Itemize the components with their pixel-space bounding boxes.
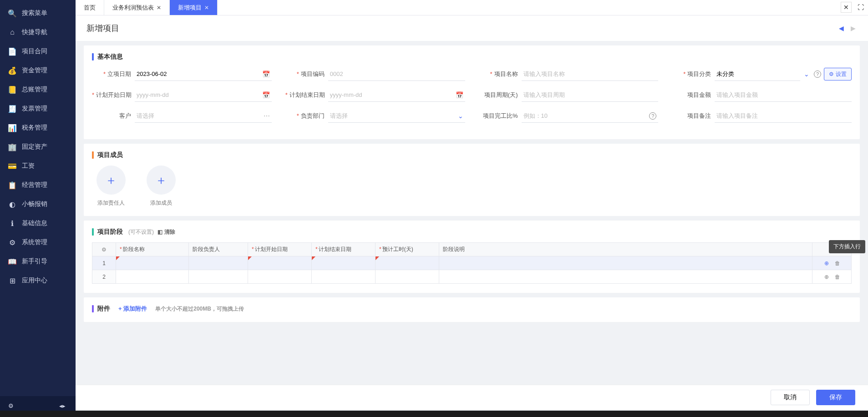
est-date-input[interactable] (135, 67, 272, 81)
sidebar-item-8[interactable]: 💳工资 (0, 156, 76, 176)
sidebar-item-label: 快捷导航 (22, 28, 47, 36)
sidebar-item-6[interactable]: 📊税务管理 (0, 118, 76, 137)
delete-row-icon[interactable]: 🗑 (834, 273, 841, 281)
plan-start-label: 计划开始日期 (92, 91, 135, 99)
cancel-button[interactable]: 取消 (771, 390, 810, 405)
table-row[interactable]: 2 ⊕🗑 (92, 270, 852, 284)
calendar-icon[interactable]: 📅 (262, 70, 270, 78)
os-taskbar (0, 411, 868, 417)
col-stage-owner: 阶段负责人 (189, 243, 248, 256)
sidebar-item-13[interactable]: 📖新手引导 (0, 252, 76, 271)
collapse-icon[interactable]: ◂▸ (59, 402, 67, 411)
sidebar-item-7[interactable]: 🏢固定资产 (0, 137, 76, 156)
proj-cat-label: 项目分类 (672, 70, 715, 78)
menu-icon: 💰 (8, 66, 16, 75)
remark-input[interactable] (715, 109, 852, 123)
table-row[interactable]: 1 ⊕🗑 (92, 256, 852, 270)
sidebar-item-label: 小畅报销 (22, 200, 47, 208)
gear-icon[interactable]: ⚙ (8, 402, 16, 411)
add-owner-label: 添加责任人 (97, 199, 125, 207)
col-stage-end: 计划结束日期 (312, 243, 376, 256)
close-icon[interactable]: ✕ (157, 5, 161, 11)
customer-label: 客户 (92, 112, 135, 120)
menu-icon: ⌂ (8, 28, 16, 36)
sidebar-item-1[interactable]: ⌂快捷导航 (0, 23, 76, 42)
sidebar-item-label: 项目合同 (22, 47, 47, 55)
sidebar-item-9[interactable]: 📋经营管理 (0, 176, 76, 195)
settings-button[interactable]: ⚙设置 (824, 68, 852, 80)
tab-2[interactable]: 新增项目✕ (170, 0, 218, 15)
gear-icon[interactable]: ⚙ (102, 246, 107, 253)
proj-code-input[interactable] (328, 67, 465, 81)
sidebar-item-label: 搜索菜单 (22, 9, 47, 17)
dept-select[interactable] (328, 109, 465, 123)
sidebar-item-3[interactable]: 💰资金管理 (0, 61, 76, 80)
tab-0[interactable]: 首页 (76, 0, 104, 15)
sidebar-item-14[interactable]: ⊞应用中心 (0, 271, 76, 290)
plan-end-label: 计划结束日期 (285, 91, 328, 99)
period-input[interactable] (522, 88, 659, 102)
plan-start-input[interactable] (135, 88, 272, 102)
add-attachment-button[interactable]: + 添加附件 (118, 305, 147, 313)
stage-table: ⚙ 阶段名称 阶段负责人 计划开始日期 计划结束日期 预计工时(天) 阶段说明 … (92, 242, 852, 284)
menu-icon: 📋 (8, 181, 16, 189)
sidebar-item-label: 新手引导 (22, 257, 47, 266)
section-hint: (可不设置) (128, 228, 154, 236)
gear-icon: ⚙ (829, 71, 834, 77)
section-bar-icon (92, 151, 94, 159)
sidebar-item-2[interactable]: 📄项目合同 (0, 42, 76, 61)
sidebar-item-12[interactable]: ⚙系统管理 (0, 233, 76, 252)
insert-row-icon[interactable]: ⊕ (823, 260, 830, 267)
delete-row-icon[interactable]: 🗑 (834, 260, 841, 267)
calendar-icon[interactable]: 📅 (456, 91, 463, 99)
sidebar-item-label: 固定资产 (22, 143, 47, 151)
page-title: 新增项目 (86, 23, 119, 34)
section-bar-icon (92, 305, 94, 312)
members-card: 项目成员 ＋ 添加责任人 ＋ 添加成员 (84, 144, 860, 216)
eraser-icon: ◧ (157, 229, 162, 235)
complete-input[interactable] (522, 109, 659, 123)
row-number: 1 (92, 256, 116, 270)
sidebar-item-label: 经营管理 (22, 181, 47, 189)
proj-cat-select[interactable] (715, 67, 800, 81)
section-title: 项目阶段 (97, 228, 123, 236)
calendar-icon[interactable]: 📅 (262, 91, 270, 99)
sidebar-item-label: 总账管理 (22, 85, 47, 94)
amount-input[interactable] (715, 88, 852, 102)
tab-1[interactable]: 业务利润预估表✕ (104, 0, 170, 15)
sidebar-item-11[interactable]: ℹ基础信息 (0, 214, 76, 233)
menu-icon: 📒 (8, 85, 16, 94)
chevron-down-icon[interactable]: ⌄ (458, 112, 463, 120)
next-arrow-icon[interactable]: ▶ (849, 24, 857, 32)
save-button[interactable]: 保存 (816, 390, 855, 405)
plan-end-input[interactable] (328, 88, 465, 102)
proj-name-label: 项目名称 (479, 70, 522, 78)
close-icon[interactable]: ✕ (204, 5, 209, 11)
help-icon[interactable]: ? (649, 112, 656, 120)
sidebar-item-4[interactable]: 📒总账管理 (0, 80, 76, 99)
sidebar-item-0[interactable]: 🔍搜索菜单 (0, 4, 76, 23)
customer-select[interactable] (135, 109, 272, 123)
sidebar-item-10[interactable]: ◐小畅报销 (0, 195, 76, 214)
period-label: 项目周期(天) (479, 91, 522, 99)
chevron-down-icon[interactable]: ⌄ (804, 70, 809, 78)
expand-icon[interactable]: ⛶ (855, 2, 866, 13)
proj-code-label: 项目编码 (285, 70, 328, 78)
clear-button[interactable]: ◧清除 (157, 228, 175, 236)
row-number: 2 (92, 270, 116, 284)
col-stage-start: 计划开始日期 (248, 243, 312, 256)
proj-name-input[interactable] (522, 67, 659, 81)
help-icon[interactable]: ? (814, 70, 821, 78)
close-icon[interactable]: ✕ (841, 2, 852, 13)
basic-info-card: 基本信息 立项日期📅 项目编码 项目名称 项目分类⌄?⚙设置 计划开始日期📅 计… (84, 45, 860, 139)
prev-arrow-icon[interactable]: ◀ (837, 24, 845, 32)
page-header: 新增项目 ◀ ▶ (76, 15, 868, 41)
add-member-button[interactable]: ＋ (147, 166, 176, 195)
insert-row-icon[interactable]: ⊕ (823, 273, 830, 281)
est-date-label: 立项日期 (92, 70, 135, 78)
attach-card: 附件 + 添加附件 单个大小不超过200MB，可拖拽上传 (84, 297, 860, 322)
add-owner-button[interactable]: ＋ (96, 166, 126, 195)
more-icon[interactable]: ⋯ (264, 112, 270, 120)
menu-icon: 📊 (8, 124, 16, 132)
sidebar-item-5[interactable]: 🧾发票管理 (0, 99, 76, 118)
